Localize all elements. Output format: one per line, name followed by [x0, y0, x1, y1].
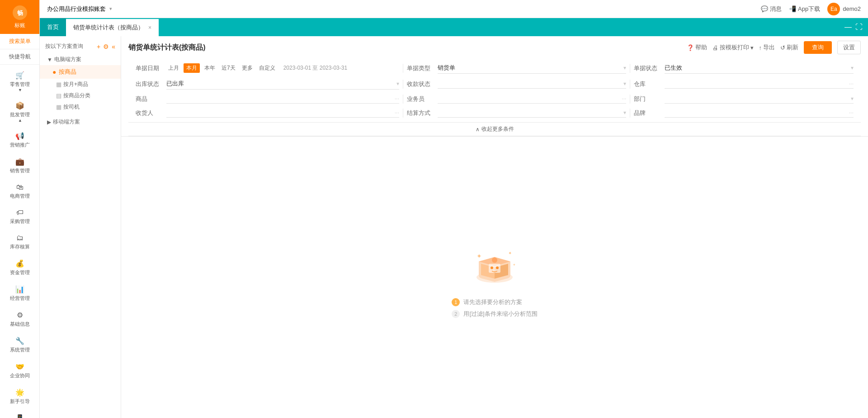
sidebar-item-label: 采购管理	[10, 218, 30, 225]
sidebar-item-inventory[interactable]: 🗂 库存核算	[0, 229, 39, 255]
collapse-button[interactable]: ∧ 收起更多条件	[476, 125, 514, 133]
sidebar-item-retail[interactable]: 🛒 零售管理 ▼	[0, 66, 39, 97]
settings-scheme-button[interactable]: ⚙	[103, 43, 109, 50]
user-area[interactable]: Ea demo2	[827, 3, 861, 15]
refresh-icon: ↺	[780, 44, 785, 51]
divider4	[630, 80, 630, 89]
payment-status-value[interactable]: ▾	[438, 79, 627, 89]
refresh-label: 刷新	[787, 43, 798, 52]
refresh-button[interactable]: ↺ 刷新	[780, 43, 798, 52]
filter-title-text: 按以下方案查询	[45, 43, 83, 50]
sidebar-item-enterprise[interactable]: 🤝 企业协同	[0, 358, 39, 384]
app-download-button[interactable]: 📲 App下载	[789, 5, 820, 13]
filter-row-3: 商品 ··· 业务员 ···	[136, 94, 854, 104]
page-title-row: 销货单统计计表(按商品) ❓ 帮助 🖨 按模板打印 ▾ ↑	[128, 41, 861, 54]
this-month-tab[interactable]: 本月	[184, 63, 200, 73]
receiver-label: 收货人	[136, 109, 163, 117]
wholesale-icon: 📦	[15, 101, 24, 110]
receiver-value[interactable]: ···	[166, 108, 399, 118]
out-status-field: 出库状态 已出库 ▾	[136, 78, 399, 90]
collapse-up-icon: ∧	[476, 126, 480, 133]
out-status-arrow: ▾	[396, 81, 399, 87]
doc-status-text: 已生效	[665, 64, 849, 72]
sidebar-search[interactable]: 搜索菜单	[0, 34, 39, 49]
sidebar-item-basic[interactable]: ⚙ 基础信息	[0, 306, 39, 332]
scheme-by-sku[interactable]: ▦ 按司机	[40, 101, 121, 113]
user-label: demo2	[843, 5, 861, 12]
sidebar-item-appstore[interactable]: 📱 应用中心	[0, 409, 39, 418]
scheme-by-month-product[interactable]: ▦ 按月+商品	[40, 79, 121, 90]
messages-button[interactable]: 💬 消息	[761, 5, 782, 13]
department-arrow: ▾	[851, 95, 854, 102]
desktop-group-title[interactable]: ▼ 电脑端方案	[40, 54, 121, 65]
header-left: 办公用品行业模拟账套 ▾	[47, 5, 112, 13]
product-value[interactable]: ···	[166, 94, 399, 104]
date-label: 单据日期	[136, 64, 163, 72]
scheme-by-product[interactable]: ● 按商品	[40, 65, 121, 79]
sidebar-item-marketing[interactable]: 📢 营销推广	[0, 127, 39, 153]
header-dropdown-icon[interactable]: ▾	[109, 6, 112, 12]
date-field: 单据日期 上月 本月 本年 近7天 更多 自定义 20	[136, 63, 399, 73]
mobile-group-title[interactable]: ▶ 移动端方案	[40, 116, 121, 128]
divider7	[403, 109, 403, 118]
add-scheme-button[interactable]: +	[97, 43, 100, 50]
tip-1-text: 请先选择要分析的方案	[463, 298, 522, 306]
brand-label: 品牌	[634, 109, 661, 117]
sidebar-item-operations[interactable]: 📊 经营管理	[0, 280, 39, 306]
sidebar-item-wholesale[interactable]: 📦 批发管理 ▲	[0, 97, 39, 127]
last-7-days-tab[interactable]: 近7天	[220, 63, 237, 73]
warehouse-dots: ···	[849, 81, 854, 87]
guide-icon: 🌟	[15, 388, 24, 397]
tab-close-button[interactable]: ×	[148, 24, 151, 31]
doc-status-value[interactable]: 已生效 ▾	[665, 62, 854, 74]
maximize-button[interactable]: ⛶	[855, 23, 863, 31]
divider2	[630, 64, 630, 73]
desktop-group-label: 电脑端方案	[54, 56, 81, 63]
department-value[interactable]: ▾	[665, 94, 854, 104]
warehouse-value[interactable]: ···	[665, 79, 854, 89]
svg-point-5	[491, 266, 493, 269]
last-month-tab[interactable]: 上月	[166, 63, 181, 73]
top-header: 办公用品行业模拟账套 ▾ 💬 消息 📲 App下载 Ea demo2	[40, 0, 868, 18]
minimize-button[interactable]: —	[844, 23, 852, 31]
brand-dots: ···	[849, 109, 854, 116]
sidebar-item-label: 基础信息	[10, 321, 30, 328]
payment-method-value[interactable]: ▾	[438, 108, 627, 118]
sidebar-item-finance[interactable]: 💰 资金管理	[0, 255, 39, 280]
category-icon: ▤	[56, 92, 61, 99]
more-tab[interactable]: 更多	[240, 63, 255, 73]
help-button[interactable]: ❓ 帮助	[687, 43, 707, 52]
tab-active[interactable]: 销货单统计计表（按商品） ×	[66, 18, 159, 36]
export-button[interactable]: ↑ 导出	[759, 43, 775, 52]
quick-nav-label[interactable]: 快捷导航	[3, 53, 37, 61]
search-menu-label[interactable]: 搜索菜单	[3, 38, 37, 45]
doc-type-value[interactable]: 销货单 ▾	[438, 62, 627, 74]
sku-icon: ▦	[56, 104, 61, 110]
out-status-label: 出库状态	[136, 80, 163, 88]
sidebar-item-sales[interactable]: 💼 销售管理	[0, 153, 39, 179]
sidebar-quick-nav[interactable]: 快捷导航	[0, 49, 39, 65]
sidebar-item-system[interactable]: 🔧 系统管理	[0, 332, 39, 358]
sidebar-item-label: 新手引导	[10, 398, 30, 405]
main-area: 办公用品行业模拟账套 ▾ 💬 消息 📲 App下载 Ea demo2 首页	[40, 0, 868, 418]
custom-tab[interactable]: 自定义	[257, 63, 277, 73]
sidebar-item-purchase[interactable]: 🏷 采购管理	[0, 204, 39, 229]
this-year-tab[interactable]: 本年	[203, 63, 217, 73]
collapse-label: 收起更多条件	[481, 125, 514, 133]
query-button[interactable]: 查询	[804, 41, 832, 54]
template-print-button[interactable]: 🖨 按模板打印 ▾	[712, 43, 754, 52]
brand-value[interactable]: ···	[665, 108, 854, 118]
sidebar-item-ecommerce[interactable]: 🛍 电商管理	[0, 179, 39, 204]
divider8	[630, 109, 630, 118]
filter-row-2: 出库状态 已出库 ▾ 收款状态 ▾	[136, 78, 854, 90]
tab-home[interactable]: 首页	[40, 18, 66, 36]
scheme-by-category[interactable]: ▤ 按商品分类	[40, 90, 121, 101]
retail-arrow: ▼	[18, 88, 22, 92]
salesperson-value[interactable]: ···	[438, 94, 627, 104]
messages-label: 消息	[770, 5, 782, 13]
out-status-value[interactable]: 已出库 ▾	[166, 78, 399, 90]
export-icon: ↑	[759, 44, 762, 51]
collapse-scheme-button[interactable]: «	[112, 43, 115, 50]
sidebar-item-guide[interactable]: 🌟 新手引导	[0, 384, 39, 409]
settings-button[interactable]: 设置	[837, 41, 861, 54]
